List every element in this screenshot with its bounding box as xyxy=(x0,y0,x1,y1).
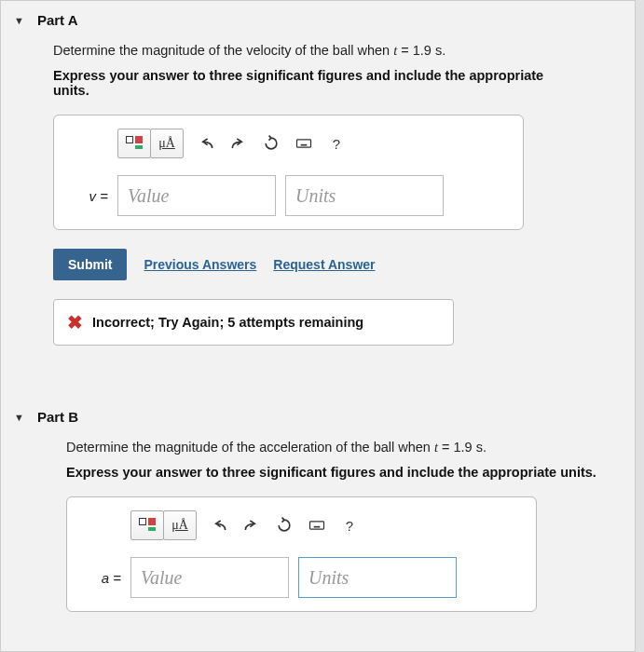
help-button[interactable]: ? xyxy=(320,129,353,158)
feedback-box: ✖ Incorrect; Try Again; 5 attempts remai… xyxy=(53,299,454,346)
part-b-answer-box: μÅ ? a = xyxy=(66,496,537,612)
format-button[interactable] xyxy=(117,129,151,158)
previous-answers-link[interactable]: Previous Answers xyxy=(144,257,256,272)
toolbar: μÅ ? xyxy=(130,510,523,540)
special-chars-button[interactable]: μÅ xyxy=(163,510,197,540)
reset-icon xyxy=(275,516,294,535)
part-b-prompt: Determine the magnitude of the accelerat… xyxy=(66,440,607,455)
part-a-prompt: Determine the magnitude of the velocity … xyxy=(53,43,582,59)
svg-rect-0 xyxy=(297,140,311,147)
undo-button[interactable] xyxy=(189,129,223,158)
keyboard-icon xyxy=(295,134,313,153)
collapse-icon: ▼ xyxy=(14,412,24,423)
input-row: v = xyxy=(67,175,510,216)
part-a-instructions: Express your answer to three significant… xyxy=(53,68,582,98)
part-b-header[interactable]: ▼ Part B xyxy=(1,398,635,440)
keyboard-icon xyxy=(308,516,326,535)
part-a-header[interactable]: ▼ Part A xyxy=(1,1,635,43)
help-button[interactable]: ? xyxy=(333,510,366,540)
submit-button[interactable]: Submit xyxy=(53,249,127,280)
format-button[interactable] xyxy=(130,510,164,540)
units-input[interactable] xyxy=(298,557,457,598)
value-input[interactable] xyxy=(130,557,289,598)
toolbar: μÅ ? xyxy=(117,129,510,158)
undo-button[interactable] xyxy=(202,510,236,540)
request-answer-link[interactable]: Request Answer xyxy=(273,257,375,272)
submit-row: Submit Previous Answers Request Answer xyxy=(53,249,582,280)
part-a-answer-box: μÅ ? v = xyxy=(53,115,524,230)
redo-icon xyxy=(229,134,248,153)
svg-rect-5 xyxy=(310,522,324,529)
part-a-title: Part A xyxy=(37,12,78,28)
collapse-icon: ▼ xyxy=(14,15,24,26)
special-chars-button[interactable]: μÅ xyxy=(150,129,184,158)
redo-button[interactable] xyxy=(235,510,268,540)
part-b-title: Part B xyxy=(37,409,78,425)
reset-button[interactable] xyxy=(254,129,288,158)
feedback-text: Incorrect; Try Again; 5 attempts remaini… xyxy=(92,315,363,330)
variable-label: v = xyxy=(67,188,108,204)
value-input[interactable] xyxy=(117,175,276,216)
redo-icon xyxy=(242,516,261,535)
keyboard-button[interactable] xyxy=(300,510,334,540)
reset-icon xyxy=(262,134,281,153)
reset-button[interactable] xyxy=(267,510,301,540)
undo-icon xyxy=(197,134,215,153)
input-row: a = xyxy=(80,557,523,598)
keyboard-button[interactable] xyxy=(287,129,321,158)
incorrect-icon: ✖ xyxy=(67,311,83,333)
undo-icon xyxy=(210,516,228,535)
units-input[interactable] xyxy=(285,175,444,216)
redo-button[interactable] xyxy=(222,129,255,158)
part-b-instructions: Express your answer to three significant… xyxy=(66,465,607,480)
variable-label: a = xyxy=(80,570,121,586)
